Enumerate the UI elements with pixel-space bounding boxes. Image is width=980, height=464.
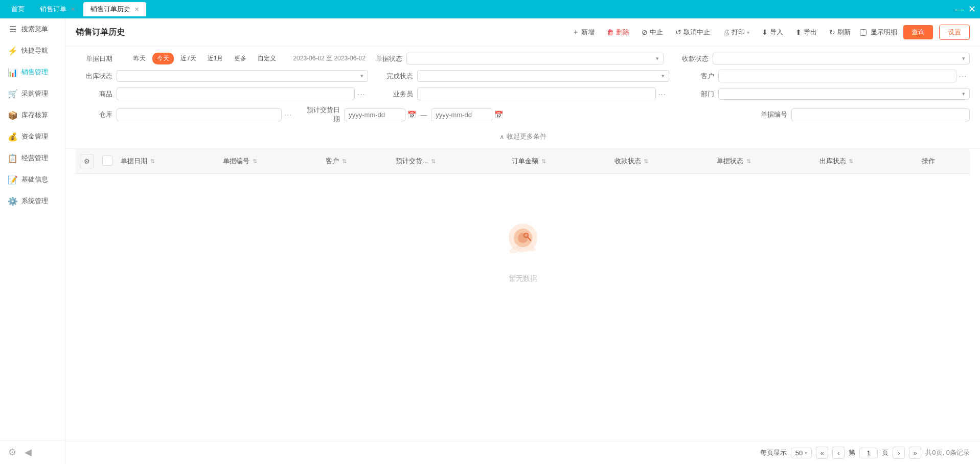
tab-home[interactable]: 首页 [4,2,32,16]
department-section: 部门 ▾ [677,88,970,100]
import-icon: ⬇ [762,28,768,36]
sidebar-item-inventory-calc[interactable]: 📦 库存核算 [0,104,65,126]
th-expected-delivery[interactable]: 预计交货... ⇅ [392,149,508,174]
th-bill-status[interactable]: 单据状态 ⇅ [713,149,815,174]
date-today-btn[interactable]: 今天 [152,53,174,64]
pagination-bar: 每页显示 50 ▾ « ‹ 第 页 › » 共0页, 0条记录 [65,441,980,464]
window-close[interactable]: ✕ [968,4,976,15]
payment-status-select[interactable]: ▾ [713,53,970,64]
window-controls: — ✕ [955,4,976,15]
content-area: 销售订单历史 ＋ 新增 🗑 删除 ⊘ 中止 ↺ 取消中止 [65,18,980,464]
sort-stock-out-status-icon: ⇅ [849,158,853,164]
sidebar-item-system-mgmt[interactable]: ⚙️ 系统管理 [0,190,65,212]
tab-sales-order-history[interactable]: 销售订单历史 ✕ [83,2,146,16]
sidebar-settings-icon[interactable]: ⚙ [8,447,16,458]
warehouse-more-btn[interactable]: ··· [282,109,295,120]
display-cols-checkbox[interactable]: 显示明细 [860,28,897,37]
stop-icon: ⊘ [642,28,648,36]
stop-button[interactable]: ⊘ 中止 [639,26,666,39]
page-size-select[interactable]: 50 ▾ [791,448,812,458]
bill-status-select[interactable]: ▾ [406,53,664,64]
page-header: 销售订单历史 ＋ 新增 🗑 删除 ⊘ 中止 ↺ 取消中止 [65,18,980,47]
sales-mgmt-icon: 📊 [8,68,17,77]
purchase-mgmt-icon: 🛒 [8,89,17,98]
date-last1m-btn[interactable]: 近1月 [203,53,228,64]
expected-date-start[interactable] [344,108,405,121]
next-page-button[interactable]: › [893,447,905,459]
date-more-btn[interactable]: 更多 [230,53,251,64]
date-custom-btn[interactable]: 自定义 [253,53,281,64]
bill-date-label: 单据日期 [76,54,117,63]
expected-date-section: 预计交货日期 📅 — 📅 [303,105,742,124]
th-order-amount[interactable]: 订单金额 ⇅ [508,149,610,174]
top-bar: 首页 销售订单 ✕ 销售订单历史 ✕ — ✕ [0,0,980,18]
new-button[interactable]: ＋ 新增 [569,26,598,39]
capital-mgmt-icon: 💰 [8,132,17,141]
bill-number-input[interactable] [791,108,970,121]
refresh-button[interactable]: ↻ 刷新 [826,26,854,39]
sidebar-item-ops-mgmt[interactable]: 📋 经营管理 [0,147,65,169]
first-page-button[interactable]: « [816,447,828,459]
sidebar-item-quick-nav[interactable]: ⚡ 快捷导航 [0,40,65,61]
stock-out-select[interactable]: ▾ [117,70,368,82]
filter-row-4: 仓库 ··· 预计交货日期 📅 — 📅 [76,105,970,124]
date-last7-btn[interactable]: 近7天 [176,53,201,64]
sort-bill-status-icon: ⇅ [746,158,751,164]
sidebar-item-capital-mgmt[interactable]: 💰 资金管理 [0,126,65,147]
th-bill-no[interactable]: 单据编号 ⇅ [219,149,321,174]
collapse-more-btn[interactable]: ∧ 收起更多条件 [76,129,970,142]
date-yesterday-btn[interactable]: 昨天 [129,53,150,64]
delete-button[interactable]: 🗑 删除 [604,26,632,39]
product-more-btn[interactable]: ··· [355,89,368,99]
last-page-button[interactable]: » [909,447,921,459]
select-all-checkbox[interactable] [102,156,112,166]
filter-row-2: 出库状态 ▾ 完成状态 ▾ 客户 [76,70,970,82]
warehouse-input[interactable] [117,108,282,121]
calendar-end-icon[interactable]: 📅 [494,111,503,119]
sidebar-item-sales-mgmt[interactable]: 📊 销售管理 [0,61,65,83]
date-range-text: 2023-06-02 至 2023-06-02 [293,54,365,63]
th-customer[interactable]: 客户 ⇅ [322,149,392,174]
sort-order-amount-icon: ⇅ [541,158,546,164]
filter-row-3: 商品 ··· 业务员 ··· 部门 [76,87,970,100]
prev-page-button[interactable]: ‹ [832,447,845,459]
complete-status-label: 完成状态 [376,72,417,81]
expected-date-end[interactable] [431,108,492,121]
department-select[interactable]: ▾ [718,88,970,100]
salesman-label: 业务员 [376,90,417,99]
tab-sales-order-history-close[interactable]: ✕ [134,6,139,13]
sidebar-collapse-icon[interactable]: ◀ [25,447,32,458]
product-input[interactable] [117,87,355,100]
th-bill-date[interactable]: 单据日期 ⇅ [117,149,219,174]
sort-bill-no-icon: ⇅ [253,158,257,164]
import-button[interactable]: ⬇ 导入 [759,26,786,39]
salesman-more-btn[interactable]: ··· [656,89,669,99]
sidebar-item-basic-info[interactable]: 📝 基础信息 [0,169,65,190]
window-minimize[interactable]: — [955,4,964,15]
th-payment-status[interactable]: 收款状态 ⇅ [610,149,713,174]
salesman-input[interactable] [417,87,655,100]
export-button[interactable]: ⬆ 导出 [792,26,820,39]
th-stock-out-status[interactable]: 出库状态 ⇅ [815,149,918,174]
table-settings-icon[interactable]: ⚙ [80,154,94,168]
calendar-start-icon[interactable]: 📅 [407,111,416,119]
th-settings[interactable]: ⚙ [76,149,98,174]
query-button[interactable]: 查询 [903,25,933,39]
empty-state: 暂无数据 [76,174,970,324]
stock-out-arrow-icon: ▾ [360,73,363,79]
tab-sales-order[interactable]: 销售订单 ✕ [33,2,82,16]
settings-button[interactable]: 设置 [939,25,970,40]
sidebar-item-purchase-mgmt[interactable]: 🛒 采购管理 [0,83,65,104]
page-number-input[interactable] [859,448,878,458]
delete-icon: 🗑 [607,28,614,36]
customer-more-btn[interactable]: ··· [956,71,970,81]
complete-status-select[interactable]: ▾ [417,70,669,82]
print-button[interactable]: 🖨 打印 ▾ [719,26,753,39]
sidebar-item-search-menu[interactable]: ☰ 搜索菜单 [0,18,65,40]
display-cols-check-input[interactable] [860,29,867,36]
cancel-stop-button[interactable]: ↺ 取消中止 [672,26,713,39]
tab-sales-order-close[interactable]: ✕ [71,6,75,13]
customer-input[interactable] [718,70,956,82]
bill-number-label: 单据编号 [750,110,791,119]
warehouse-section: 仓库 ··· [76,108,295,121]
